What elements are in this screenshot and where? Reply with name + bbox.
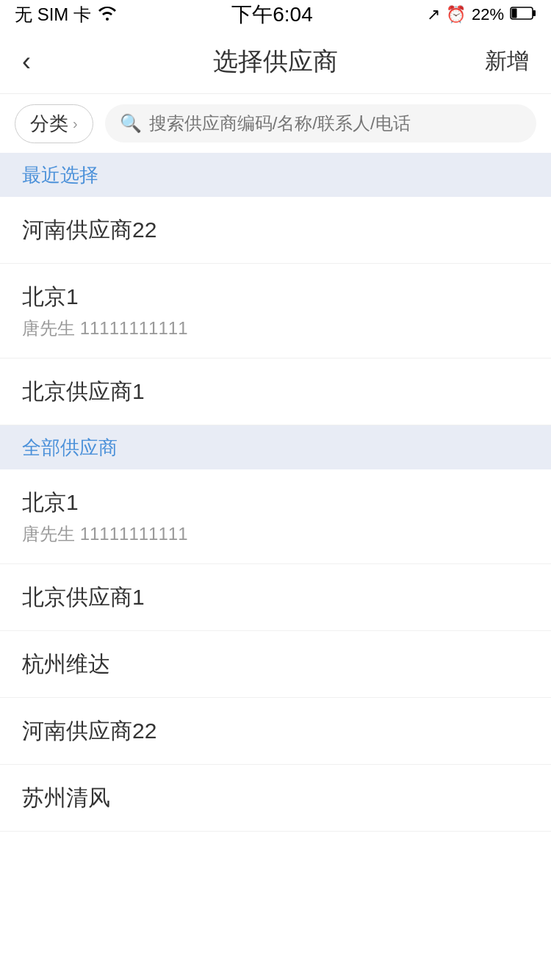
recent-list: 河南供应商22北京1唐先生 11111111111北京供应商1 — [0, 197, 551, 425]
item-name: 北京供应商1 — [22, 582, 529, 613]
item-name: 北京1 — [22, 281, 529, 312]
all-section-header: 全部供应商 — [0, 425, 551, 469]
status-time: 下午6:04 — [231, 1, 313, 29]
wifi-icon — [97, 4, 118, 25]
status-bar: 无 SIM 卡 下午6:04 ↗ ⏰ 22% — [0, 0, 551, 29]
status-right: ↗ ⏰ 22% — [427, 5, 536, 24]
item-name: 苏州清风 — [22, 782, 529, 813]
filter-bar: 分类 › 🔍 — [0, 94, 551, 153]
chevron-right-icon: › — [73, 115, 78, 132]
category-button[interactable]: 分类 › — [15, 104, 93, 143]
location-icon: ↗ — [427, 5, 440, 24]
list-item[interactable]: 北京供应商1 — [0, 564, 551, 631]
item-name: 河南供应商22 — [22, 215, 529, 245]
search-icon: 🔍 — [120, 113, 142, 134]
all-list: 北京1唐先生 11111111111北京供应商1杭州维达河南供应商22苏州清风 — [0, 469, 551, 832]
recent-section-label: 最近选择 — [22, 162, 98, 188]
battery-icon — [510, 5, 536, 24]
list-item[interactable]: 北京1唐先生 11111111111 — [0, 469, 551, 564]
item-sub: 唐先生 11111111111 — [22, 522, 529, 546]
new-add-button[interactable]: 新增 — [485, 46, 529, 76]
status-left: 无 SIM 卡 — [15, 3, 118, 26]
nav-title: 选择供应商 — [213, 45, 338, 79]
item-name: 北京供应商1 — [22, 376, 529, 407]
item-name: 河南供应商22 — [22, 716, 529, 746]
list-item[interactable]: 北京供应商1 — [0, 359, 551, 425]
recent-section-header: 最近选择 — [0, 153, 551, 197]
item-name: 北京1 — [22, 487, 529, 518]
category-label: 分类 — [30, 111, 68, 137]
item-name: 杭州维达 — [22, 649, 529, 680]
svg-rect-2 — [512, 9, 517, 18]
no-sim-text: 无 SIM 卡 — [15, 3, 91, 26]
alarm-icon: ⏰ — [446, 5, 466, 24]
search-box[interactable]: 🔍 — [105, 104, 536, 143]
all-section-label: 全部供应商 — [22, 435, 118, 461]
nav-bar: ‹ 选择供应商 新增 — [0, 29, 551, 94]
list-item[interactable]: 北京1唐先生 11111111111 — [0, 264, 551, 359]
svg-rect-1 — [533, 10, 536, 16]
back-button[interactable]: ‹ — [22, 46, 66, 77]
list-item[interactable]: 杭州维达 — [0, 631, 551, 698]
search-input[interactable] — [149, 113, 522, 134]
list-item[interactable]: 河南供应商22 — [0, 197, 551, 264]
battery-text: 22% — [472, 5, 504, 24]
item-sub: 唐先生 11111111111 — [22, 317, 529, 340]
list-item[interactable]: 苏州清风 — [0, 765, 551, 832]
list-item[interactable]: 河南供应商22 — [0, 698, 551, 765]
